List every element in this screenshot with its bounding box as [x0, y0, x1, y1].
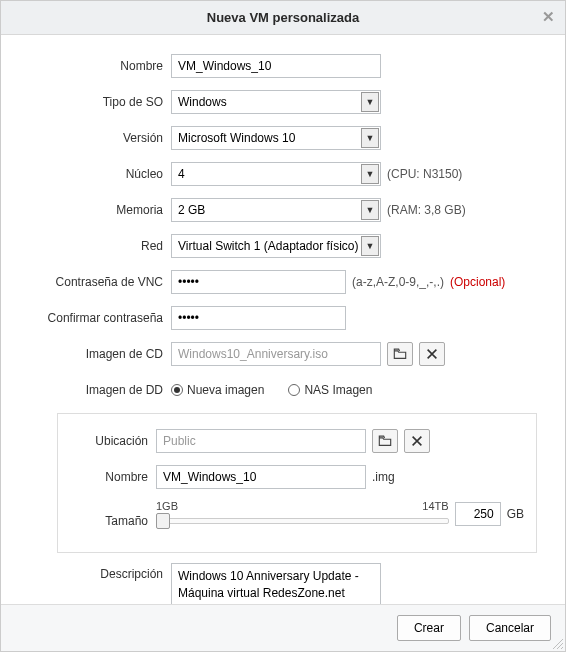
- size-label: Tamaño: [70, 514, 156, 528]
- titlebar: Nueva VM personalizada ✕: [1, 1, 565, 35]
- cd-label: Imagen de CD: [29, 347, 171, 361]
- dd-label: Imagen de DD: [29, 383, 171, 397]
- cd-image-input[interactable]: [171, 342, 381, 366]
- confirm-password-input[interactable]: [171, 306, 346, 330]
- chevron-down-icon[interactable]: ▼: [361, 92, 379, 112]
- size-slider[interactable]: [156, 514, 449, 528]
- diskname-ext: .img: [372, 470, 395, 484]
- close-icon[interactable]: ✕: [542, 8, 555, 26]
- net-label: Red: [29, 239, 171, 253]
- dialog-body: Nombre Tipo de SO ▼ Versión ▼: [1, 35, 565, 604]
- radio-nas-image[interactable]: NAS Imagen: [288, 383, 372, 397]
- create-button[interactable]: Crear: [397, 615, 461, 641]
- dialog-title: Nueva VM personalizada: [207, 10, 359, 25]
- radio-new-label: Nueva imagen: [187, 383, 264, 397]
- vnc-hint: (a-z,A-Z,0-9,_,-,.): [352, 275, 444, 289]
- memory-label: Memoria: [29, 203, 171, 217]
- chevron-down-icon[interactable]: ▼: [361, 164, 379, 184]
- description-textarea[interactable]: Windows 10 Anniversary Update - Máquina …: [171, 563, 381, 604]
- size-max: 14TB: [422, 500, 448, 512]
- cancel-button[interactable]: Cancelar: [469, 615, 551, 641]
- radio-nas-label: NAS Imagen: [304, 383, 372, 397]
- x-icon: [410, 434, 424, 448]
- core-select[interactable]: [171, 162, 381, 186]
- confirm-label: Confirmar contraseña: [29, 311, 171, 325]
- folder-icon: [393, 347, 407, 361]
- name-label: Nombre: [29, 59, 171, 73]
- location-label: Ubicación: [70, 434, 156, 448]
- cpu-hint: (CPU: N3150): [387, 167, 462, 181]
- name-input[interactable]: [171, 54, 381, 78]
- diskname-input[interactable]: [156, 465, 366, 489]
- ostype-select[interactable]: [171, 90, 381, 114]
- size-input[interactable]: [455, 502, 501, 526]
- clear-cd-button[interactable]: [419, 342, 445, 366]
- disk-subpanel: Ubicación Nombre .img: [57, 413, 537, 553]
- location-input[interactable]: [156, 429, 366, 453]
- browse-cd-button[interactable]: [387, 342, 413, 366]
- x-icon: [425, 347, 439, 361]
- vnc-optional: (Opcional): [450, 275, 505, 289]
- folder-icon: [378, 434, 392, 448]
- core-label: Núcleo: [29, 167, 171, 181]
- ostype-label: Tipo de SO: [29, 95, 171, 109]
- radio-icon: [288, 384, 300, 396]
- version-select[interactable]: [171, 126, 381, 150]
- chevron-down-icon[interactable]: ▼: [361, 128, 379, 148]
- ram-hint: (RAM: 3,8 GB): [387, 203, 466, 217]
- net-select[interactable]: [171, 234, 381, 258]
- diskname-label: Nombre: [70, 470, 156, 484]
- resize-grip-icon[interactable]: [551, 637, 563, 649]
- slider-thumb[interactable]: [156, 513, 170, 529]
- chevron-down-icon[interactable]: ▼: [361, 236, 379, 256]
- slider-track: [156, 518, 449, 524]
- dialog: Nueva VM personalizada ✕ Nombre Tipo de …: [0, 0, 566, 652]
- radio-icon: [171, 384, 183, 396]
- vnc-password-input[interactable]: [171, 270, 346, 294]
- size-min: 1GB: [156, 500, 178, 512]
- vnc-label: Contraseña de VNC: [29, 275, 171, 289]
- clear-location-button[interactable]: [404, 429, 430, 453]
- browse-location-button[interactable]: [372, 429, 398, 453]
- radio-new-image[interactable]: Nueva imagen: [171, 383, 264, 397]
- version-label: Versión: [29, 131, 171, 145]
- size-unit: GB: [507, 507, 524, 521]
- dialog-footer: Crear Cancelar: [1, 604, 565, 651]
- chevron-down-icon[interactable]: ▼: [361, 200, 379, 220]
- memory-select[interactable]: [171, 198, 381, 222]
- desc-label: Descripción: [29, 563, 171, 581]
